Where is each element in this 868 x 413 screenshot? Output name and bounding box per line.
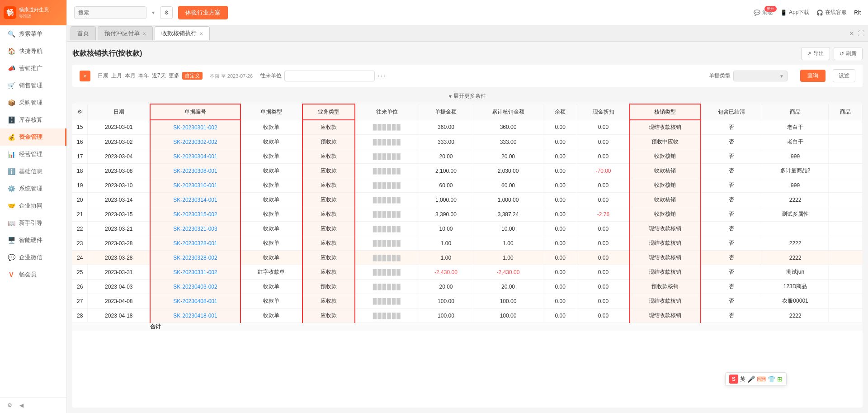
table-cell: -2,430.00 [473, 265, 543, 280]
sidebar-item-sales[interactable]: 🛒 销售管理 [0, 77, 66, 94]
user-name[interactable]: Rit [854, 9, 861, 16]
sidebar-menu: 🔍 搜索菜单 🏠 快捷导航 📣 营销推广 🛒 销售管理 📦 采购管理 🗄️ 库存… [0, 25, 66, 397]
sidebar-item-marketing[interactable]: 📣 营销推广 [0, 60, 66, 77]
sidebar-item-enterprise[interactable]: 🤝 企业协同 [0, 197, 66, 214]
refresh-button[interactable]: ↺ 刷新 [834, 47, 863, 60]
cancel-type-cell: 现结收款核销 [630, 265, 701, 280]
wechat-icon: 💬 [7, 254, 15, 261]
collapse-icon[interactable]: ◀ [19, 402, 24, 408]
tab-home[interactable]: 首页 [71, 26, 96, 40]
dropdown-arrow-icon[interactable]: ▾ [152, 9, 155, 16]
settings-gear-btn[interactable]: ⚙ [160, 6, 173, 19]
table-cell: ██████ [355, 251, 419, 265]
date-last-month-link[interactable]: 上月 [111, 72, 122, 80]
date-7days-link[interactable]: 近7天 [152, 72, 166, 80]
mic-icon[interactable]: 🎤 [747, 375, 755, 383]
settings-button[interactable]: 设置 [833, 69, 855, 82]
voucher-no-cell[interactable]: SK-20230310-001 [150, 178, 240, 193]
table-cell: 26 [72, 280, 88, 294]
cancel-type-cell: 现结收款核销 [630, 309, 701, 323]
cancel-type-cell: 预收中应收 [630, 135, 701, 149]
customer-filter-label: 往来单位 [260, 72, 282, 80]
table-cell: 20.00 [419, 149, 473, 164]
sidebar-item-hardware[interactable]: 🖥️ 智能硬件 [0, 232, 66, 249]
maximize-icon[interactable]: ⛶ [858, 30, 864, 37]
online-service-button[interactable]: 🎧 在线客服 [816, 9, 847, 16]
sidebar-item-purchase[interactable]: 📦 采购管理 [0, 94, 66, 111]
app-download-button[interactable]: 📱 App下载 [780, 9, 809, 16]
sidebar-item-wechat[interactable]: 💬 企业微信 [0, 249, 66, 266]
table-cell: 23 [72, 236, 88, 251]
table-row: 252023-03-31SK-20230331-002红字收款单应收款█████… [72, 265, 863, 280]
table-cell: 0.00 [543, 309, 577, 323]
customer-search-input[interactable] [284, 71, 375, 81]
table-scroll-area[interactable]: ⚙ 日期 单据编号 单据类型 业务类型 往来单位 单据金额 累计核销金额 余额 … [72, 104, 863, 408]
voucher-no-cell[interactable]: SK-20230314-001 [150, 193, 240, 207]
table-cell: -2.76 [577, 207, 630, 222]
tab-prepay[interactable]: 预付冲应付单 ✕ [98, 26, 153, 40]
voucher-no-cell[interactable]: SK-20230408-001 [150, 294, 240, 309]
sidebar-item-guide[interactable]: 📖 新手引导 [0, 214, 66, 232]
biz-type-cell: 应收款 [302, 265, 355, 280]
footer-row: 合计 [72, 323, 863, 331]
table-cell: 123D商品 [762, 280, 828, 294]
shirt-icon[interactable]: 👕 [768, 375, 775, 383]
filter-toggle-btn[interactable]: » [80, 71, 90, 81]
query-button[interactable]: 查询 [800, 70, 826, 82]
export-button[interactable]: ↗ 导出 [801, 47, 830, 60]
voucher-no-cell[interactable]: SK-20230328-002 [150, 251, 240, 265]
table-row: 262023-04-03SK-20230403-002收款单预收款██████2… [72, 280, 863, 294]
footer-empty [241, 323, 863, 331]
col-amount: 单据金额 [419, 104, 473, 120]
col-gear[interactable]: ⚙ [72, 104, 88, 120]
close-tab-icon[interactable]: ✕ [849, 30, 854, 37]
date-custom-btn[interactable]: 自定义 [182, 72, 203, 80]
sidebar-item-finance[interactable]: 💰 资金管理 [0, 128, 66, 146]
sidebar-item-operations[interactable]: 📊 经营管理 [0, 146, 66, 163]
voucher-no-cell[interactable]: SK-20230315-002 [150, 207, 240, 222]
sidebar-item-basic[interactable]: ℹ️ 基础信息 [0, 163, 66, 180]
expand-conditions-btn[interactable]: ▾ 展开更多条件 [449, 92, 486, 100]
voucher-no-cell[interactable]: SK-20230418-001 [150, 309, 240, 323]
sidebar-item-search[interactable]: 🔍 搜索菜单 [0, 25, 66, 43]
cancel-type-cell: 现结收款核销 [630, 120, 701, 135]
footer-label [72, 323, 150, 331]
message-icon: 💬 [754, 9, 760, 16]
table-cell: 20 [72, 193, 88, 207]
table-cell: 2023-03-10 [88, 178, 150, 193]
search-input[interactable] [74, 6, 146, 19]
table-header-row: ⚙ 日期 单据编号 单据类型 业务类型 往来单位 单据金额 累计核销金额 余额 … [72, 104, 863, 120]
table-cell: ██████ [355, 309, 419, 323]
table-cell: ██████ [355, 265, 419, 280]
date-more-link[interactable]: 更多 [169, 72, 179, 80]
industry-solution-button[interactable]: 体验行业方案 [178, 6, 228, 19]
voucher-type-select[interactable] [733, 71, 788, 81]
table-cell: 25 [72, 265, 88, 280]
date-this-month-link[interactable]: 本月 [125, 72, 136, 80]
voucher-no-cell[interactable]: SK-20230331-002 [150, 265, 240, 280]
voucher-no-cell[interactable]: SK-20230301-002 [150, 120, 240, 135]
tab-prepay-close-icon[interactable]: ✕ [142, 31, 146, 36]
sidebar-item-member[interactable]: V 畅会员 [0, 266, 66, 283]
sidebar-item-system[interactable]: ⚙️ 系统管理 [0, 180, 66, 197]
settings-icon[interactable]: ⚙ [7, 402, 12, 408]
voucher-no-cell[interactable]: SK-20230304-001 [150, 149, 240, 164]
tab-collection-close-icon[interactable]: ✕ [199, 31, 203, 36]
messages-button[interactable]: 💬 消息 99+ [754, 9, 773, 16]
more-options-icon[interactable]: ··· [377, 72, 386, 80]
voucher-no-cell[interactable]: SK-20230302-002 [150, 135, 240, 149]
sidebar-item-quicknav[interactable]: 🏠 快捷导航 [0, 43, 66, 60]
cancel-type-cell: 收款核销 [630, 149, 701, 164]
sidebar-item-inventory[interactable]: 🗄️ 库存核算 [0, 111, 66, 128]
table-cell: ██████ [355, 149, 419, 164]
grid-icon[interactable]: ⊞ [777, 375, 783, 383]
voucher-no-cell[interactable]: SK-20230328-001 [150, 236, 240, 251]
voucher-no-cell[interactable]: SK-20230321-003 [150, 222, 240, 236]
tab-collection[interactable]: 收款核销执行 ✕ [155, 26, 210, 40]
table-cell: 3,387.24 [473, 207, 543, 222]
keyboard-icon[interactable]: ⌨ [757, 375, 766, 383]
table-cell: ██████ [355, 135, 419, 149]
voucher-no-cell[interactable]: SK-20230308-001 [150, 164, 240, 178]
date-this-year-link[interactable]: 本年 [138, 72, 149, 80]
voucher-no-cell[interactable]: SK-20230403-002 [150, 280, 240, 294]
